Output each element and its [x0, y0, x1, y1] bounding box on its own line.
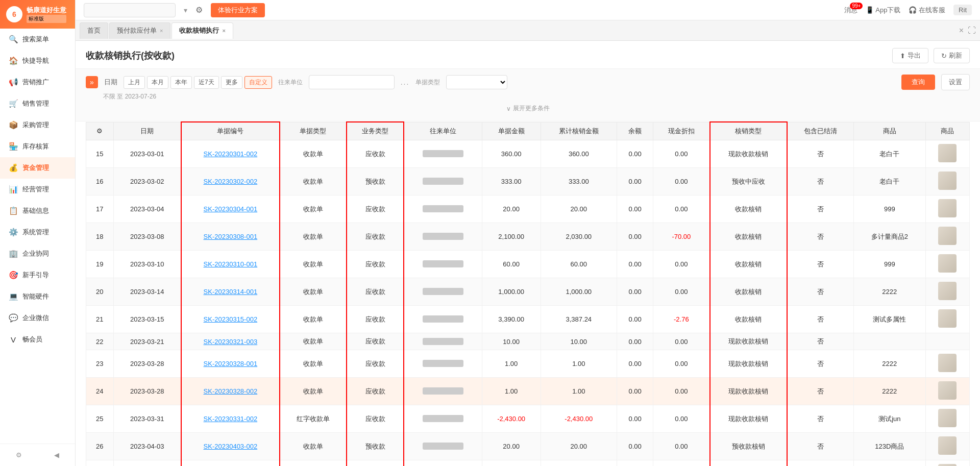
sidebar-item-system[interactable]: ⚙️ 系统管理 [0, 222, 75, 243]
cell-cancel-type: 预收中应收 [710, 168, 787, 195]
cell-biz-type: 预收款 [347, 433, 404, 460]
tab-collection[interactable]: 收款核销执行 × [172, 22, 233, 39]
filter-expand-btn[interactable]: ∨ 展开更多条件 [506, 104, 550, 113]
settings-bottom-btn[interactable]: ⚙ [11, 448, 27, 462]
date-btn-this-year[interactable]: 本年 [170, 76, 192, 89]
cell-goods: 123D商品 [853, 433, 925, 460]
cell-date: 2023-03-28 [113, 378, 181, 405]
col-counterpart: 往来单位 [404, 122, 482, 140]
sidebar-item-inventory[interactable]: 🏪 库存核算 [0, 136, 75, 157]
sidebar-item-hardware[interactable]: 💻 智能硬件 [0, 286, 75, 307]
refresh-button[interactable]: ↻ 刷新 [934, 48, 970, 63]
tab-prepay[interactable]: 预付款应付单 × [109, 22, 170, 39]
topbar-search-input[interactable] [84, 3, 176, 17]
cell-counterpart [404, 405, 482, 433]
sidebar-item-guide[interactable]: 🎯 新手引导 [0, 264, 75, 286]
bill-no-link[interactable]: SK-20230314-001 [204, 288, 258, 296]
tabs-right-actions: × ⛶ [959, 26, 976, 35]
sidebar-item-operation[interactable]: 📊 经营管理 [0, 179, 75, 200]
industry-solution-button[interactable]: 体验行业方案 [211, 3, 265, 17]
logo-icon: 6 [6, 6, 22, 22]
cell-include-settled: 否 [787, 405, 854, 433]
sidebar-item-search[interactable]: 🔍 搜索菜单 [0, 29, 75, 50]
cell-cash-discount: 0.00 [653, 251, 710, 278]
date-btn-this-month[interactable]: 本月 [147, 76, 168, 89]
cell-amount: 333.00 [482, 168, 541, 195]
bill-no-link[interactable]: SK-20230310-001 [204, 260, 258, 268]
cell-date: 2023-03-31 [113, 405, 181, 433]
cell-bill-no: SK-20230403-002 [181, 433, 280, 460]
cell-counterpart [404, 140, 482, 168]
basic-icon: 📋 [8, 206, 18, 215]
filter-expand-row[interactable]: ∨ 展开更多条件 [86, 101, 970, 116]
message-btn[interactable]: 消息 99+ [844, 6, 857, 15]
tab-collection-close-icon[interactable]: × [222, 28, 225, 34]
tab-close-all-icon[interactable]: × [959, 26, 964, 35]
cell-goods: 测试多属性 [853, 306, 925, 333]
bill-no-link[interactable]: SK-20230301-002 [204, 150, 258, 158]
cell-bill-type: 收款单 [280, 278, 347, 306]
date-buttons: 上月 本月 本年 近7天 更多 自定义 [124, 76, 272, 89]
system-icon: ⚙️ [8, 228, 18, 237]
cell-balance: 0.00 [617, 405, 653, 433]
topbar-dropdown-icon[interactable]: ▾ [184, 6, 187, 14]
cell-cancel-type: 收款核销 [710, 195, 787, 223]
sidebar-item-marketing[interactable]: 📢 营销推广 [0, 71, 75, 93]
bill-no-link[interactable]: SK-20230315-002 [204, 315, 258, 323]
cell-amount: 10.00 [482, 333, 541, 350]
gear-icon[interactable]: ⚙ [96, 127, 103, 135]
query-button[interactable]: 查询 [901, 75, 935, 90]
sidebar-item-wechat[interactable]: 💬 企业微信 [0, 307, 75, 329]
sidebar-item-label-wechat: 企业微信 [22, 313, 49, 323]
app-download-btn[interactable]: 📱 App下载 [866, 6, 900, 15]
date-range-text: 不限 至 2023-07-26 [103, 93, 156, 100]
bill-no-link[interactable]: SK-20230308-001 [204, 233, 258, 240]
tab-home[interactable]: 首页 [80, 22, 108, 39]
tabs-bar: 首页 预付款应付单 × 收款核销执行 × × ⛶ [76, 20, 980, 41]
sidebar-item-purchase[interactable]: 📦 采购管理 [0, 114, 75, 136]
topbar-gear-icon[interactable]: ⚙ [195, 5, 203, 15]
date-btn-last-month[interactable]: 上月 [124, 76, 145, 89]
date-btn-custom[interactable]: 自定义 [244, 76, 272, 89]
sidebar-item-enterprise[interactable]: 🏢 企业协同 [0, 243, 75, 264]
user-avatar[interactable]: Rit [953, 5, 972, 15]
table-row: 23 2023-03-28 SK-20230328-001 收款单 应收款 1.… [86, 350, 970, 378]
cell-no: 20 [86, 278, 114, 306]
bill-no-link[interactable]: SK-20230328-001 [204, 360, 258, 367]
cell-bill-no: SK-20230321-003 [181, 333, 280, 350]
page-header: 收款核销执行(按收款) ⬆ 导出 ↻ 刷新 [76, 41, 980, 69]
cell-bill-type: 收款单 [280, 223, 347, 251]
col-amount: 单据金额 [482, 122, 541, 140]
online-service-btn[interactable]: 🎧 在线客服 [909, 6, 945, 15]
bill-no-link[interactable]: SK-20230302-002 [204, 178, 258, 185]
col-gear[interactable]: ⚙ [86, 122, 114, 140]
tab-prepay-close-icon[interactable]: × [160, 28, 163, 34]
bill-no-link[interactable]: SK-20230304-001 [204, 205, 258, 213]
hardware-icon: 💻 [8, 292, 18, 301]
bill-no-link[interactable]: SK-20230403-002 [204, 443, 258, 450]
sidebar-item-finance[interactable]: 💰 资金管理 [0, 157, 75, 179]
tab-maximize-icon[interactable]: ⛶ [968, 26, 976, 35]
sidebar-item-member[interactable]: V 畅会员 [0, 329, 75, 350]
bill-no-link[interactable]: SK-20230321-003 [204, 338, 258, 346]
sidebar-item-basic[interactable]: 📋 基础信息 [0, 200, 75, 222]
cell-balance: 0.00 [617, 350, 653, 378]
date-btn-7days[interactable]: 近7天 [194, 76, 219, 89]
table-header: ⚙ 日期 单据编号 单据类型 业务类型 往来单位 单据金额 累计核销金额 余额 … [86, 122, 970, 140]
filter-toggle-btn[interactable]: » [86, 76, 98, 88]
sidebar-item-sales[interactable]: 🛒 销售管理 [0, 93, 75, 114]
cell-balance: 0.00 [617, 306, 653, 333]
counterpart-input[interactable] [309, 75, 395, 89]
table-wrap: ⚙ 日期 单据编号 单据类型 业务类型 往来单位 单据金额 累计核销金额 余额 … [76, 121, 980, 466]
bill-no-link[interactable]: SK-20230328-002 [204, 387, 258, 395]
receipt-type-select[interactable] [446, 75, 507, 89]
sidebar-item-quick-nav[interactable]: 🏠 快捷导航 [0, 50, 75, 71]
cell-balance: 0.00 [617, 460, 653, 467]
collapse-sidebar-btn[interactable]: ◀ [49, 448, 64, 462]
bill-no-link[interactable]: SK-20230331-002 [204, 415, 258, 423]
purchase-icon: 📦 [8, 120, 18, 130]
cell-bill-type: 收款单 [280, 251, 347, 278]
date-btn-more[interactable]: 更多 [221, 76, 242, 89]
export-button[interactable]: ⬆ 导出 [892, 48, 928, 63]
filter-settings-button[interactable]: 设置 [941, 74, 970, 90]
